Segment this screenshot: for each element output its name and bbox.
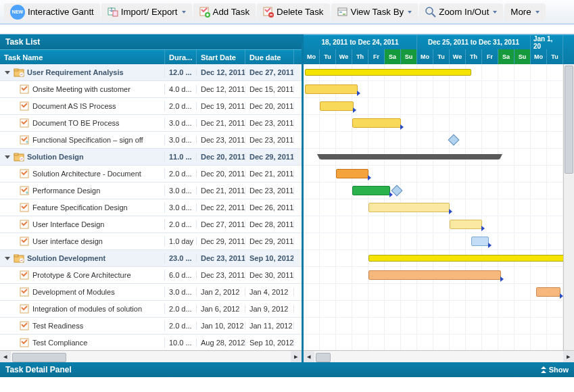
add-task-button[interactable]: Add Task <box>193 3 256 21</box>
task-start: Dec 23, 2011 <box>197 254 245 262</box>
task-due: Sep 10, 2012 <box>245 254 294 262</box>
milestone-marker[interactable] <box>391 185 403 197</box>
task-start: Dec 12, 2011 <box>197 68 245 76</box>
gantt-row[interactable] <box>304 81 574 98</box>
task-row[interactable]: Solution Architecture - Document2.0 d...… <box>0 166 302 182</box>
task-row[interactable]: Test Compliance10.0 ...Aug 28, 2012Sep 1… <box>0 335 302 350</box>
task-name: User Interface Design <box>32 220 104 228</box>
gantt-bar[interactable] <box>450 220 482 229</box>
hscroll-right[interactable]: ◂ ▸ <box>304 350 574 362</box>
col-start-date[interactable]: Start Date <box>197 50 245 64</box>
gantt-row[interactable] <box>304 233 574 250</box>
gantt-bar[interactable] <box>352 186 390 195</box>
gantt-row[interactable] <box>304 216 574 233</box>
milestone-icon <box>19 185 30 196</box>
task-row[interactable]: Development of Modules3.0 d...Jan 2, 201… <box>0 284 302 301</box>
task-icon <box>19 84 30 95</box>
gantt-bar[interactable] <box>471 237 489 246</box>
task-name: Functional Specification – sign off <box>32 136 143 144</box>
gantt-bar[interactable] <box>305 84 358 94</box>
summary-bar[interactable] <box>305 69 471 76</box>
gantt-row[interactable] <box>304 182 574 199</box>
dependency-arrow-icon <box>400 124 404 130</box>
gantt-row[interactable] <box>304 64 574 81</box>
task-due: Dec 20, 2011 <box>245 102 294 110</box>
task-row[interactable]: User interface design1.0 dayDec 29, 2011… <box>0 233 302 250</box>
gantt-row[interactable] <box>304 166 574 182</box>
scroll-left-icon[interactable]: ◂ <box>304 351 314 362</box>
gantt-row[interactable] <box>304 149 574 166</box>
task-row[interactable]: User Requirement Analysis12.0 ...Dec 12,… <box>0 64 302 81</box>
hscroll-left[interactable]: ◂ ▸ <box>0 350 302 362</box>
view-task-by-label: View Task By <box>351 7 404 17</box>
task-start: Dec 21, 2011 <box>197 187 245 195</box>
summary-bar[interactable] <box>368 255 571 262</box>
gantt-row[interactable] <box>304 267 574 284</box>
gantt-row[interactable] <box>304 250 574 267</box>
hscroll-thumb[interactable] <box>316 353 331 362</box>
dependency-arrow-icon <box>500 276 504 282</box>
task-row[interactable]: Integration of modules of solution2.0 d.… <box>0 301 302 318</box>
task-row[interactable]: Onsite Meeting with customer4.0 d...Dec … <box>0 81 302 98</box>
show-detail-button[interactable]: Show <box>541 366 569 374</box>
view-task-by-button[interactable]: View Task By <box>331 3 418 21</box>
vscroll[interactable] <box>563 64 574 350</box>
gantt-row[interactable] <box>304 335 574 350</box>
vscroll-thumb[interactable] <box>565 66 573 174</box>
summary-bar[interactable] <box>320 154 500 160</box>
gantt-row[interactable] <box>304 199 574 216</box>
task-row[interactable]: Document AS IS Process2.0 d...Dec 19, 20… <box>0 98 302 115</box>
col-duration[interactable]: Dura... <box>165 50 197 64</box>
more-button[interactable]: More <box>504 3 545 21</box>
timeline-day: Tu <box>547 49 563 64</box>
task-row[interactable]: Functional Specification – sign off3.0 d… <box>0 132 302 149</box>
interactive-gantt-button[interactable]: NEW Interactive Gantt <box>4 3 100 21</box>
scroll-right-icon[interactable]: ▸ <box>563 351 574 362</box>
gantt-row[interactable] <box>304 115 574 132</box>
task-duration: 2.0 d... <box>165 322 197 330</box>
gantt-bar[interactable] <box>368 270 501 280</box>
task-start: Dec 22, 2011 <box>197 203 245 212</box>
milestone-marker[interactable] <box>448 134 460 146</box>
task-icon <box>19 287 30 297</box>
gantt-row[interactable] <box>304 301 574 318</box>
task-row[interactable]: User Interface Design2.0 d...Dec 27, 201… <box>0 216 302 233</box>
task-list-pane: Task List Task Name Dura... Start Date D… <box>0 34 304 362</box>
gantt-row[interactable] <box>304 284 574 301</box>
hscroll-thumb[interactable] <box>12 353 66 362</box>
scroll-right-icon[interactable]: ▸ <box>291 351 302 362</box>
delete-task-button[interactable]: Delete Task <box>257 3 329 21</box>
gantt-row[interactable] <box>304 98 574 115</box>
expand-icon[interactable] <box>4 153 11 160</box>
task-row[interactable]: Solution Development23.0 ...Dec 23, 2011… <box>0 250 302 267</box>
chevron-down-icon <box>493 11 497 14</box>
timeline-body[interactable] <box>304 64 574 350</box>
task-row[interactable]: Feature Specification Design3.0 d...Dec … <box>0 199 302 216</box>
task-name: Solution Architecture - Document <box>32 170 141 178</box>
gantt-row[interactable] <box>304 132 574 149</box>
gantt-bar[interactable] <box>352 118 401 128</box>
expand-icon[interactable] <box>4 255 11 262</box>
col-due-date[interactable]: Due date <box>245 50 294 64</box>
task-row[interactable]: Performance Design3.0 d...Dec 21, 2011De… <box>0 182 302 199</box>
gantt-bar[interactable] <box>536 287 560 297</box>
task-row[interactable]: Solution Design11.0 ...Dec 20, 2011Dec 2… <box>0 149 302 166</box>
import-export-button[interactable]: Import/ Export <box>101 3 192 21</box>
gantt-bar[interactable] <box>368 203 450 212</box>
scroll-left-icon[interactable]: ◂ <box>0 351 11 362</box>
task-row[interactable]: Document TO BE Process3.0 d...Dec 21, 20… <box>0 115 302 132</box>
expand-icon[interactable] <box>4 69 11 76</box>
task-name: User Requirement Analysis <box>27 68 124 76</box>
task-row[interactable]: Prototype & Core Architecture6.0 d...Dec… <box>0 267 302 284</box>
task-due: Jan 9, 2012 <box>245 305 294 313</box>
zoom-button[interactable]: Zoom In/Out <box>419 3 503 21</box>
gantt-row[interactable] <box>304 318 574 335</box>
task-list-title-label: Task List <box>5 37 40 47</box>
dependency-arrow-icon <box>481 226 485 231</box>
gantt-bar[interactable] <box>336 169 368 178</box>
task-name: Integration of modules of solution <box>32 305 142 313</box>
timeline-day: Fr <box>482 49 498 64</box>
task-row[interactable]: Test Readiness2.0 d...Jan 10, 2012Jan 11… <box>0 318 302 335</box>
col-task-name[interactable]: Task Name <box>0 50 165 64</box>
gantt-bar[interactable] <box>320 101 354 111</box>
